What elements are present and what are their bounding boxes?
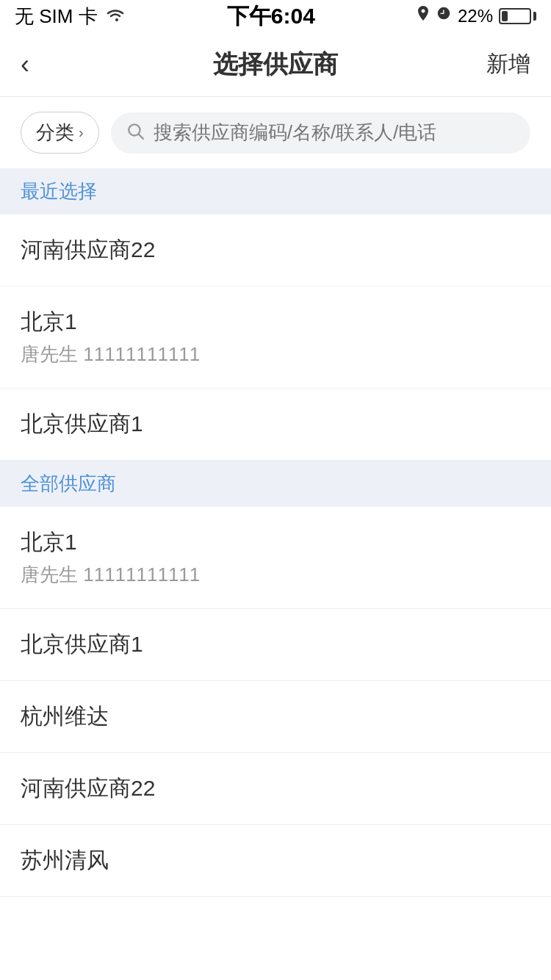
all-section-header: 全部供应商 xyxy=(0,461,551,507)
all-items-list: 北京1唐先生 11111111111北京供应商1杭州维达河南供应商22苏州清风 xyxy=(0,507,551,897)
list-item[interactable]: 北京1唐先生 11111111111 xyxy=(0,507,551,609)
wifi-icon xyxy=(105,5,126,28)
supplier-sub: 唐先生 11111111111 xyxy=(21,342,530,367)
search-box[interactable] xyxy=(111,112,530,154)
filter-bar: 分类 › xyxy=(0,97,551,168)
list-item[interactable]: 北京供应商1 xyxy=(0,609,551,681)
supplier-sub: 唐先生 11111111111 xyxy=(21,562,530,588)
supplier-name: 杭州维达 xyxy=(21,702,530,732)
status-right: 22% xyxy=(417,6,536,26)
category-label: 分类 xyxy=(36,120,74,145)
battery-icon xyxy=(499,8,536,24)
nav-bar: ‹ 选择供应商 新增 xyxy=(0,32,551,97)
list-item[interactable]: 苏州清风 xyxy=(0,825,551,897)
status-left: 无 SIM 卡 xyxy=(15,4,126,29)
no-sim-text: 无 SIM 卡 xyxy=(15,4,98,29)
category-filter-button[interactable]: 分类 › xyxy=(21,112,99,154)
list-item[interactable]: 北京供应商1 xyxy=(0,389,551,461)
svg-line-1 xyxy=(139,134,143,138)
location-icon xyxy=(417,6,430,26)
add-button[interactable]: 新增 xyxy=(486,49,530,79)
status-time: 下午6:04 xyxy=(227,1,315,32)
supplier-name: 北京供应商1 xyxy=(21,409,530,439)
supplier-name: 北京1 xyxy=(21,527,530,558)
all-section-label: 全部供应商 xyxy=(21,472,116,494)
recent-section-header: 最近选择 xyxy=(0,168,551,215)
battery-percent: 22% xyxy=(458,6,493,26)
page-title: 选择供应商 xyxy=(213,48,338,82)
list-item[interactable]: 河南供应商22 xyxy=(0,753,551,825)
supplier-name: 河南供应商22 xyxy=(21,235,530,265)
supplier-name: 河南供应商22 xyxy=(21,774,530,804)
supplier-name: 北京供应商1 xyxy=(21,630,530,660)
alarm-icon xyxy=(436,6,452,26)
list-item[interactable]: 杭州维达 xyxy=(0,681,551,753)
recent-items-list: 河南供应商22北京1唐先生 11111111111北京供应商1 xyxy=(0,215,551,461)
recent-section-label: 最近选择 xyxy=(21,180,97,202)
chevron-right-icon: › xyxy=(79,124,84,141)
list-item[interactable]: 北京1唐先生 11111111111 xyxy=(0,287,551,389)
back-button[interactable]: ‹ xyxy=(21,49,65,80)
list-item[interactable]: 河南供应商22 xyxy=(0,215,551,287)
search-icon xyxy=(126,121,145,145)
status-bar: 无 SIM 卡 下午6:04 22% xyxy=(0,0,551,32)
supplier-name: 北京1 xyxy=(21,307,530,337)
supplier-name: 苏州清风 xyxy=(21,846,530,876)
search-input[interactable] xyxy=(154,121,516,144)
